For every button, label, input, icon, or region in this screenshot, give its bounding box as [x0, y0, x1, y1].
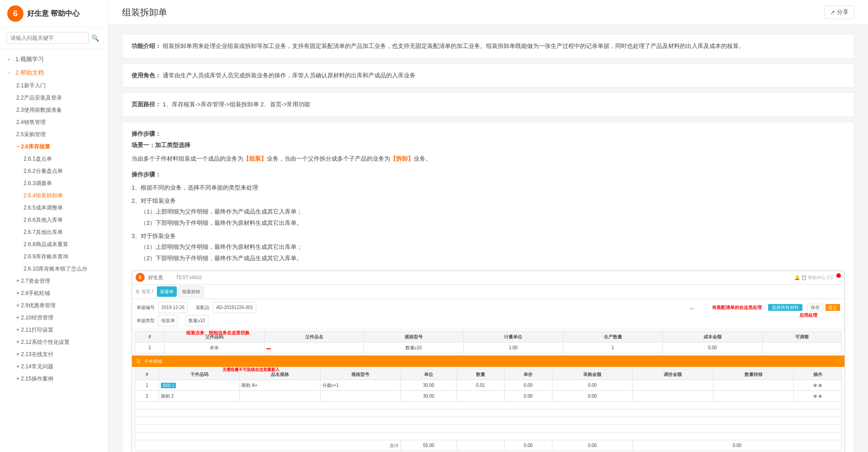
- mock-footer-price: 0.00: [505, 440, 552, 451]
- sidebar-item-inv-check[interactable]: 2.6.9库存账本查询: [0, 251, 108, 263]
- sidebar-item-assembly[interactable]: 2.6.4组装拆卸单: [0, 190, 108, 202]
- role-text: 通常由生产人员或库管人员完成拆装业务的操作，库管人员确认原材料的出库和产成品的入…: [163, 72, 415, 79]
- sidebar: 6 好生意 帮助中心 🔍 + 1.视频学习 − 2.帮助文档 2.1新手入门 2…: [0, 0, 108, 452]
- step3-sub2: （2）下部明细为子件明细，最终作为产成品生成其它入库单。: [132, 253, 845, 264]
- path-text: 1、库存核算->库存管理->组装拆卸单 2、首页->常用功能: [163, 101, 311, 108]
- mock-ltd-1-4: 分拨≥+1: [320, 380, 401, 390]
- sidebar-item-other-in[interactable]: 2.6.6其他入库单: [0, 214, 108, 226]
- mock-nav-icon: ☰: [136, 287, 140, 296]
- mock-lth-7: 单价: [505, 369, 552, 380]
- minus-icon: −: [7, 70, 14, 76]
- feature-intro-block: 功能介绍： 组装拆卸单用来处理企业组装或拆卸等加工业务，支持有固定装配清单的产品…: [122, 34, 854, 59]
- mock-btn3: 保存: [807, 304, 823, 311]
- sidebar-item-transfer[interactable]: 2.6.3调拨单: [0, 177, 108, 190]
- sidebar-item-sales[interactable]: 2.4销售管理: [0, 116, 108, 128]
- mock-ltd-1-8: 0.00: [552, 380, 632, 390]
- sidebar-item-cost-recalc[interactable]: 2.6.8商品成本重算: [0, 238, 108, 251]
- step2-sub1: （1）上部明细为父件明细，最终作为产成品生成其它入库单；: [132, 206, 845, 218]
- mock-td-8: [762, 342, 841, 353]
- role-block: 使用角色： 通常由生产人员或库管人员完成拆装业务的操作，库管人员确认原材料的出库…: [122, 63, 854, 88]
- mock-ltd-2-1: 2: [135, 390, 159, 401]
- mock-th-spec: 规格型号: [364, 331, 463, 342]
- table-row: [135, 409, 842, 417]
- sidebar-item-install[interactable]: 2.2产品安装及登录: [0, 92, 108, 104]
- mock-th-index: #: [135, 331, 165, 342]
- page-title: 组装拆卸单: [122, 6, 167, 19]
- mock-lth-5: 单位: [401, 369, 457, 380]
- mock-window-controls: 🔔 📋 帮助中心 CC: [794, 273, 841, 282]
- mock-btn4: 提交: [826, 304, 840, 311]
- mock-td-6: 1: [563, 342, 662, 353]
- mock-annotation4: 无需批量不可批线在这里重新入: [222, 366, 279, 374]
- table-row: [135, 417, 842, 424]
- mock-lower-table-foot: 合计 55.00 0.00 0.00 0.00: [135, 440, 842, 451]
- mock-form-row2: 单据类型 组装单 数量≥10: [137, 315, 840, 326]
- mock-ltd-2-3: [240, 390, 320, 401]
- sidebar-item-customize[interactable]: + 2.12系统个性化设置: [0, 336, 108, 348]
- sidebar-item-print[interactable]: + 2.11打印设置: [0, 324, 108, 336]
- sidebar-item-payment[interactable]: + 2.13在线支付: [0, 348, 108, 361]
- mock-ltd-1-10: [713, 380, 794, 390]
- step2: 2、对于组装业务: [132, 195, 845, 207]
- mock-sep-icon: ☰: [137, 357, 141, 366]
- sidebar-item-stocktake[interactable]: 2.6.1盘点单: [0, 153, 108, 165]
- sidebar-item-partial-stocktake[interactable]: 2.6.2分量盘点单: [0, 165, 108, 177]
- mock-chip1: 期初 1: [161, 383, 176, 388]
- mock-lth-9: 调价金额: [632, 369, 713, 380]
- top-bar: 组装拆卸单 ↗ 分享: [108, 0, 868, 25]
- ops-steps-label: 操作步骤：: [132, 169, 845, 181]
- app-name: 好生意 帮助中心: [27, 9, 80, 19]
- sidebar-item-newcomer[interactable]: 2.1新手入门: [0, 80, 108, 92]
- sidebar-item-other-out[interactable]: 2.6.7其他出库单: [0, 226, 108, 238]
- mock-ltd-2-11: ⊕ ⊗: [794, 390, 842, 401]
- mock-td-7: 0.00: [663, 342, 762, 353]
- mock-empty-5: [135, 417, 842, 424]
- mock-field-val2: AD-20191226-001: [213, 302, 256, 313]
- mock-ltd-1-11: ⊕ ⊗: [794, 380, 842, 390]
- mock-annotation1: 有装配清单的在这里处理: [712, 303, 762, 312]
- scenario-desc: 当由多个子件材料组装成一个成品的业务为【组装】业务，当由一个父件拆分成多个子产品…: [132, 153, 845, 165]
- mock-empty-4: [135, 409, 842, 417]
- mock-date-val: 数量≥10: [185, 315, 208, 326]
- search-input[interactable]: [6, 32, 89, 44]
- search-button[interactable]: 🔍: [89, 33, 102, 43]
- share-button[interactable]: ↗ 分享: [824, 5, 854, 19]
- table-row: [135, 424, 842, 432]
- sidebar-item-purchase[interactable]: 2.5采购管理: [0, 128, 108, 141]
- mock-lth-4: 规格型号: [320, 369, 401, 380]
- logo-area: 6 好生意 帮助中心: [0, 0, 108, 28]
- sidebar-item-faq[interactable]: + 2.14常见问题: [0, 361, 108, 373]
- mock-td-1: 1: [135, 342, 165, 353]
- sidebar-item-docs[interactable]: − 2.帮助文档: [0, 66, 108, 80]
- table-row: [135, 432, 842, 440]
- mock-annotation2: 组装业务、拆卸业务在这里切换: [186, 328, 250, 337]
- sidebar-item-mobile[interactable]: + 2.8手机旺铺: [0, 287, 108, 300]
- step2-sub2: （2）下部明细为子件明细，最终作为原材料生成其它出库单。: [132, 218, 845, 229]
- mock-arrow1: ←: [689, 303, 695, 315]
- sidebar-item-video[interactable]: + 1.视频学习: [0, 52, 108, 66]
- sidebar-item-cost-adjust[interactable]: 2.6.5成本调整单: [0, 202, 108, 214]
- screenshot-container: 6 好生意 TEST-H002 🔔 📋 帮助中心 CC ☰ 首页 / 新建单 组…: [132, 271, 845, 452]
- mock-lth-6: 数量: [457, 369, 505, 380]
- mock-type-val: 组装单: [158, 315, 178, 326]
- sidebar-item-inventory[interactable]: − 2.6库存核算: [0, 141, 108, 153]
- table-row: 1 米米 数量≥10 1.00 1 0.00: [135, 342, 842, 353]
- mock-active-tab: 新建单: [157, 286, 177, 297]
- mock-ltd-1-7: 0.00: [505, 380, 552, 390]
- scenario-heading: 场景一：加工类型选择: [132, 142, 190, 148]
- table-row: 2 期初 2 30.00 0.00 0.00 ⊕ ⊗: [135, 390, 842, 401]
- share-icon: ↗: [830, 9, 835, 16]
- mock-select-btn: 选择所有材料: [768, 304, 802, 311]
- sidebar-item-inv-error[interactable]: 2.6.10库存账本错了怎么办: [0, 263, 108, 275]
- table-row: [135, 401, 842, 409]
- mock-ltd-2-7: 0.00: [505, 390, 552, 401]
- sidebar-item-ops[interactable]: + 2.10经营管理: [0, 312, 108, 324]
- disassemble-label: 【拆卸】: [390, 155, 414, 162]
- mock-th-name: 父件品名: [264, 331, 363, 342]
- mock-empty-6: [135, 424, 842, 432]
- sidebar-item-data-prep[interactable]: 2.3使用前数据准备: [0, 104, 108, 116]
- sidebar-item-finance[interactable]: + 2.7资金管理: [0, 275, 108, 287]
- mock-field-val1: 2019-12-26: [158, 302, 188, 313]
- sidebar-item-cases[interactable]: + 2.15操作案例: [0, 373, 108, 385]
- sidebar-item-coupon[interactable]: + 2.9优惠券管理: [0, 300, 108, 312]
